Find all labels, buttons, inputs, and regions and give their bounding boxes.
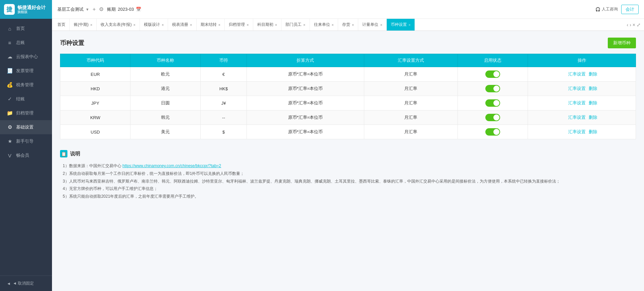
collapse-icon: ◄ xyxy=(7,281,11,286)
notice-item: 1）数据来源：中国外汇交易中心 https://www.chinamoney.c… xyxy=(63,162,636,170)
tab-close-subject[interactable]: × xyxy=(275,23,277,27)
notice-section: 📋 说明 1）数据来源：中国外汇交易中心 https://www.chinamo… xyxy=(60,150,636,200)
enable-toggle[interactable] xyxy=(485,114,500,121)
tab-home[interactable]: 首页 xyxy=(53,19,70,31)
enable-toggle[interactable] xyxy=(485,128,500,136)
settings-icon: ⚙ xyxy=(7,124,13,130)
notice-item: 4）无官方牌价的币种，可以用户手工维护汇率信息； xyxy=(63,185,636,193)
tab-period-close[interactable]: 期末结转 × xyxy=(197,19,225,31)
sidebar-label-member: 畅会员 xyxy=(16,152,29,158)
delete-link[interactable]: 删除 xyxy=(589,100,597,105)
tab-contacts[interactable]: 往来单位 × xyxy=(310,19,338,31)
currency-table: 币种代码 币种名称 币符 折算方式 汇率设置方式 启用状态 操作 EUR 欧元 … xyxy=(60,54,636,139)
delete-link[interactable]: 删除 xyxy=(589,86,597,91)
sidebar-item-settings[interactable]: ⚙ 基础设置 xyxy=(0,120,52,134)
tab-label-subject: 科目期初 xyxy=(257,22,273,28)
notice-link[interactable]: https://www.chinamoney.com.cn/chinese/bk… xyxy=(122,163,221,168)
tab-template[interactable]: 模版设计 × xyxy=(140,19,168,31)
tab-dept-staff[interactable]: 部门员工 × xyxy=(281,19,310,31)
rate-settings-link[interactable]: 汇率设置 xyxy=(568,71,586,77)
new-currency-btn[interactable]: 新增币种 xyxy=(608,38,636,48)
home-icon: ⌂ xyxy=(7,26,13,32)
tab-close-income[interactable]: × xyxy=(133,23,135,27)
tab-close-ledger[interactable]: × xyxy=(90,23,92,27)
tab-close-tax[interactable]: × xyxy=(190,23,192,27)
period-display: 账期 2023-03 📅 xyxy=(107,6,141,12)
enable-toggle[interactable] xyxy=(485,99,500,107)
enable-toggle[interactable] xyxy=(485,85,500,92)
sidebar-item-invoice[interactable]: 🧾 发票管理 xyxy=(0,64,52,78)
page-title: 币种设置 xyxy=(60,39,84,47)
cell-name: 日圆 xyxy=(130,96,200,110)
tab-expand-icon[interactable]: ⤢ xyxy=(637,22,641,28)
tab-ledger-mid[interactable]: 账(中期) × xyxy=(70,19,97,31)
table-row: HKD 港元 HK$ 原币*汇率=本位币 月汇率 汇率设置 删除 xyxy=(60,82,636,96)
period-value: 2023-03 xyxy=(118,7,134,12)
tab-subject-init[interactable]: 科目期初 × xyxy=(253,19,281,31)
tab-income-report[interactable]: 收入支出表(年报) × xyxy=(97,19,140,31)
table-row: USD 美元 $ 原币*汇率=本位币 月汇率 汇率设置 删除 xyxy=(60,125,636,139)
help-btn[interactable]: 🎧 人工咨询 xyxy=(595,6,618,12)
rate-settings-link[interactable]: 汇率设置 xyxy=(568,129,586,134)
checkout-icon: ✓ xyxy=(7,96,13,102)
col-action: 操作 xyxy=(528,54,636,67)
rate-settings-link[interactable]: 汇率设置 xyxy=(568,115,586,120)
cell-rate-type: 月汇率 xyxy=(364,125,458,139)
delete-link[interactable]: 删除 xyxy=(589,115,597,120)
cell-code: USD xyxy=(60,125,130,139)
tab-unit[interactable]: 计量单位 × xyxy=(358,19,386,31)
sidebar-item-guide[interactable]: ★ 新手引导 xyxy=(0,134,52,148)
cell-actions: 汇率设置 删除 xyxy=(528,82,636,96)
project-selector[interactable]: 基层工会测试 ▼ xyxy=(57,6,89,12)
tabs-nav: ‹ › × ⤢ xyxy=(625,22,643,28)
sidebar-item-checkout[interactable]: ✓ 结账 xyxy=(0,92,52,106)
cell-calc: 原币*汇率=本位币 xyxy=(247,110,364,125)
sidebar-item-ledger[interactable]: ≡ 总账 xyxy=(0,36,52,50)
col-rate-type: 汇率设置方式 xyxy=(364,54,458,67)
cell-calc: 原币*汇率=本位币 xyxy=(247,125,364,139)
delete-link[interactable]: 删除 xyxy=(589,71,597,77)
tab-close-all-icon[interactable]: × xyxy=(633,22,635,28)
tab-close-currency[interactable]: × xyxy=(409,23,411,27)
tab-prev-icon[interactable]: ‹ xyxy=(627,22,628,28)
rate-settings-link[interactable]: 汇率设置 xyxy=(568,100,586,105)
rate-settings-link[interactable]: 汇率设置 xyxy=(568,86,586,91)
tab-inventory[interactable]: 存货 × xyxy=(338,19,358,31)
tab-close-template[interactable]: × xyxy=(162,23,164,27)
cell-code: EUR xyxy=(60,67,130,82)
topbar-add-icon[interactable]: + xyxy=(93,6,96,12)
topbar-right: 🎧 人工咨询 会计 xyxy=(595,5,639,14)
app-edition: 旗舰版 xyxy=(17,10,46,14)
account-type-btn[interactable]: 会计 xyxy=(621,5,639,14)
tab-close-archive[interactable]: × xyxy=(247,23,249,27)
cell-calc: 原币*汇率=本位币 xyxy=(247,67,364,82)
invoice-icon: 🧾 xyxy=(7,68,13,74)
sidebar-label-checkout: 结账 xyxy=(16,96,25,102)
enable-toggle[interactable] xyxy=(485,70,500,78)
cell-name: 港元 xyxy=(130,82,200,96)
tab-close-inventory[interactable]: × xyxy=(352,23,354,27)
tab-close-period[interactable]: × xyxy=(218,23,220,27)
tab-close-contacts[interactable]: × xyxy=(332,23,334,27)
delete-link[interactable]: 删除 xyxy=(589,129,597,134)
col-name: 币种名称 xyxy=(130,54,200,67)
topbar-settings-icon[interactable]: ⚙ xyxy=(99,6,104,12)
sidebar-item-member[interactable]: V 畅会员 xyxy=(0,148,52,162)
sidebar-item-home[interactable]: ⌂ 首页 xyxy=(0,21,52,36)
sidebar-item-archive[interactable]: 📁 归档管理 xyxy=(0,106,52,120)
tab-label-period: 期末结转 xyxy=(201,22,217,28)
collapse-label: ◄ 取消固定 xyxy=(13,281,34,286)
tab-close-unit[interactable]: × xyxy=(380,23,382,27)
tab-archive-mgmt[interactable]: 归档管理 × xyxy=(225,19,253,31)
tab-close-dept[interactable]: × xyxy=(303,23,305,27)
tab-tax-form[interactable]: 税表清册 × xyxy=(168,19,196,31)
calendar-icon[interactable]: 📅 xyxy=(136,7,141,12)
sidebar-item-tax[interactable]: 💰 税务管理 xyxy=(0,78,52,92)
tab-next-icon[interactable]: › xyxy=(630,22,631,28)
sidebar-item-reports[interactable]: ☁ 云报表中心 xyxy=(0,50,52,64)
sidebar-label-home: 首页 xyxy=(16,26,25,32)
cell-code: KRW xyxy=(60,110,130,125)
cell-calc: 原币*汇率=本位币 xyxy=(247,82,364,96)
sidebar-collapse-btn[interactable]: ◄ ◄ 取消固定 xyxy=(0,276,52,291)
tab-currency[interactable]: 币种设置 × xyxy=(387,19,415,31)
